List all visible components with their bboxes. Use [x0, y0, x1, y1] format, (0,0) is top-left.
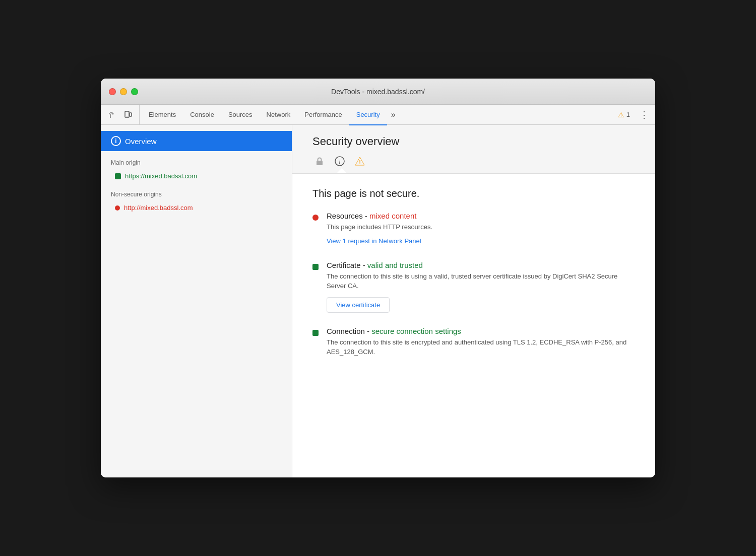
- certificate-status: valid and trusted: [367, 261, 423, 269]
- main-content: i Overview Main origin https://mixed.bad…: [101, 125, 655, 477]
- not-secure-heading: This page is not secure.: [312, 188, 635, 199]
- svg-rect-2: [130, 113, 132, 116]
- resources-content: Resources - mixed content This page incl…: [327, 212, 432, 247]
- non-secure-origin-item[interactable]: http://mixed.badssl.com: [101, 201, 292, 215]
- certificate-indicator: [312, 262, 319, 313]
- non-secure-indicator: [115, 205, 120, 211]
- resources-item: Resources - mixed content This page incl…: [312, 212, 635, 247]
- toolbar: Elements Console Sources Network Perform…: [101, 105, 655, 125]
- warning-badge[interactable]: ⚠ 1: [615, 110, 633, 120]
- detail-panel: Security overview i: [292, 125, 655, 477]
- main-origin-item[interactable]: https://mixed.badssl.com: [101, 169, 292, 183]
- warning-icon: ⚠: [618, 111, 624, 119]
- resources-status: mixed content: [369, 212, 416, 220]
- toolbar-right: ⚠ 1 ⋮: [615, 108, 651, 122]
- close-button[interactable]: [109, 88, 116, 95]
- view-certificate-button[interactable]: View certificate: [327, 297, 390, 313]
- connection-status: secure connection settings: [371, 327, 461, 335]
- detail-header: Security overview i: [292, 125, 655, 174]
- main-origin-label: Main origin: [101, 151, 292, 169]
- info-circle-icon[interactable]: i: [333, 154, 347, 168]
- tab-elements[interactable]: Elements: [142, 105, 183, 125]
- detail-body: This page is not secure. Resources - mix…: [292, 174, 655, 389]
- sidebar-overview-item[interactable]: i Overview: [101, 131, 292, 151]
- connection-description: The connection to this site is encrypted…: [327, 337, 635, 357]
- connection-content: Connection - secure connection settings …: [327, 327, 635, 361]
- connection-item: Connection - secure connection settings …: [312, 327, 635, 361]
- minimize-button[interactable]: [120, 88, 127, 95]
- resources-title: Resources - mixed content: [327, 212, 432, 220]
- more-options-button[interactable]: ⋮: [637, 108, 651, 122]
- security-icons-row: i !: [312, 154, 635, 168]
- main-origin-indicator: [115, 173, 121, 179]
- devtools-window: DevTools - mixed.badssl.com/ Elements: [101, 79, 655, 477]
- tab-network[interactable]: Network: [260, 105, 298, 125]
- resources-description: This page includes HTTP resources.: [327, 222, 432, 232]
- sidebar-overview-label: Overview: [125, 137, 157, 146]
- warning-triangle-icon[interactable]: !: [353, 154, 367, 168]
- svg-text:!: !: [359, 159, 361, 165]
- non-secure-label: Non-secure origins: [101, 183, 292, 201]
- connection-indicator: [312, 328, 319, 361]
- certificate-green-square: [312, 264, 319, 270]
- svg-rect-4: [317, 161, 323, 165]
- main-origin-url: https://mixed.badssl.com: [125, 172, 197, 180]
- more-tabs-button[interactable]: »: [387, 105, 400, 125]
- window-title: DevTools - mixed.badssl.com/: [331, 88, 425, 96]
- overview-info-icon: i: [111, 136, 121, 146]
- non-secure-url: http://mixed.badssl.com: [124, 204, 193, 212]
- resources-indicator: [312, 213, 319, 247]
- view-requests-link[interactable]: View 1 request in Network Panel: [327, 237, 421, 245]
- lock-icon[interactable]: [312, 154, 327, 168]
- tab-security[interactable]: Security: [349, 105, 387, 125]
- certificate-item: Certificate - valid and trusted The conn…: [312, 261, 635, 313]
- connection-title: Connection - secure connection settings: [327, 327, 635, 335]
- tab-performance[interactable]: Performance: [297, 105, 349, 125]
- window-buttons: [109, 88, 138, 95]
- resources-red-dot: [312, 215, 319, 221]
- toolbar-icons: [105, 105, 140, 124]
- certificate-title: Certificate - valid and trusted: [327, 261, 635, 269]
- maximize-button[interactable]: [131, 88, 138, 95]
- title-bar: DevTools - mixed.badssl.com/: [101, 79, 655, 105]
- caret-up: [337, 168, 347, 173]
- certificate-description: The connection to this site is using a v…: [327, 271, 635, 291]
- certificate-content: Certificate - valid and trusted The conn…: [327, 261, 635, 313]
- detail-title: Security overview: [312, 135, 635, 148]
- svg-point-3: [127, 116, 128, 117]
- svg-text:i: i: [339, 158, 340, 165]
- device-icon[interactable]: [121, 108, 135, 122]
- svg-rect-0: [110, 114, 111, 118]
- tab-console[interactable]: Console: [183, 105, 221, 125]
- sidebar: i Overview Main origin https://mixed.bad…: [101, 125, 292, 477]
- inspect-icon[interactable]: [105, 108, 119, 122]
- connection-green-square: [312, 330, 319, 336]
- tab-sources[interactable]: Sources: [221, 105, 260, 125]
